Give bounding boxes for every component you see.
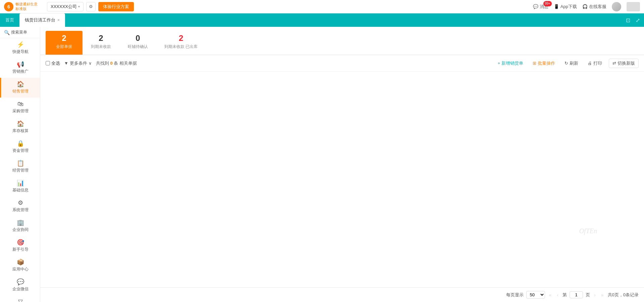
sidebar-item-wechat[interactable]: 💬 企业微信 [0, 276, 40, 295]
toolbar-left: 全选 ▼ 更多条件 ∨ 共找到 0 条 相关单据 [46, 60, 137, 66]
stat-number-overdue: 2 [99, 34, 103, 43]
sidebar-item-marketing[interactable]: 📢 营销推广 [0, 58, 40, 78]
sidebar-item-enterprise[interactable]: 🏢 企业协同 [0, 216, 40, 236]
sidebar-item-purchase[interactable]: 🛍 采购管理 [0, 98, 40, 117]
sidebar-item-sales[interactable]: 🏠 销售管理 [0, 78, 40, 98]
sidebar-item-finance[interactable]: 🔒 资金管理 [0, 137, 40, 157]
purchase-icon: 🛍 [17, 101, 23, 107]
marketing-icon: 📢 [17, 61, 24, 67]
new-sale-button[interactable]: + 新增销货单 [495, 59, 526, 68]
prev-page-button[interactable]: ‹ [555, 292, 560, 298]
sidebar-item-label: 经营管理 [12, 168, 29, 173]
online-service-label: 在线客服 [589, 4, 606, 10]
member-icon: ▽ [18, 299, 23, 302]
total-records: 共0页，0条记录 [608, 292, 639, 298]
switch-version-button[interactable]: ⇄ 切换新版 [609, 59, 639, 68]
page-input[interactable] [570, 291, 583, 298]
last-page-button[interactable]: » [600, 292, 605, 298]
stat-number-wangfu: 0 [136, 34, 140, 43]
sidebar-item-member[interactable]: ▽ 畅会员 [0, 295, 40, 302]
inventory-icon: 🏠 [17, 121, 24, 127]
tab-home[interactable]: 首页 [0, 13, 19, 27]
page-suffix: 页 [586, 292, 590, 298]
header-right: 💬 消息 99+ 📱 App下载 🎧 在线客服 [533, 2, 640, 11]
sidebar-item-basic[interactable]: 📊 基础信息 [0, 177, 40, 196]
try-industry-button[interactable]: 体验行业方案 [98, 2, 134, 11]
found-count: 0 [110, 61, 113, 66]
select-all-label: 全选 [51, 60, 60, 66]
logo-area: 6 畅捷通好生意 标准版 [4, 2, 44, 11]
filter-button[interactable]: ▼ 更多条件 ∨ [64, 60, 92, 66]
table-area [40, 72, 644, 287]
enterprise-icon: 🏢 [17, 220, 24, 226]
stat-tab-wangfu[interactable]: 0 旺辅待确认 [119, 31, 156, 55]
batch-label: 批量操作 [538, 60, 555, 66]
sidebar-item-system[interactable]: ⚙ 系统管理 [0, 196, 40, 216]
logo-icon: 6 [4, 2, 13, 11]
header-left: 6 畅捷通好生意 标准版 XXXXXX公司 ▾ ⚙ 体验行业方案 [4, 2, 134, 11]
sidebar-item-appstore[interactable]: 📦 应用中心 [0, 256, 40, 276]
guide-icon: 🎯 [17, 239, 24, 245]
stat-label-wangfu: 旺辅待确认 [128, 44, 148, 50]
sidebar-item-label: 新手引导 [12, 247, 29, 252]
settings-button[interactable]: ⚙ [86, 2, 96, 11]
filter-label: 更多条件 [70, 60, 87, 66]
refresh-button[interactable]: ↻ 刷新 [562, 59, 581, 68]
search-menu-button[interactable]: 🔍 搜索菜单 [0, 27, 40, 38]
sidebar-item-inventory[interactable]: 🏠 库存核算 [0, 117, 40, 137]
stat-tab-overdue[interactable]: 2 到期未收款 [83, 31, 119, 55]
print-label: 打印 [593, 60, 602, 66]
page-label: 第 [562, 292, 567, 298]
per-page-select[interactable]: 50 10 20 100 [526, 291, 545, 299]
online-service-button[interactable]: 🎧 在线客服 [582, 4, 606, 10]
sidebar-item-label: 基础信息 [12, 187, 29, 193]
tab-minimize-icon[interactable]: ⊡ [625, 16, 632, 25]
download-icon: 📱 [554, 4, 559, 9]
sidebar-item-label: 营销推广 [12, 69, 29, 74]
stat-number-shipped: 2 [179, 34, 183, 43]
stat-label-overdue: 到期未收款 [91, 44, 111, 50]
stat-tab-shipped[interactable]: 2 到期未收款 已出库 [156, 31, 206, 55]
user-dropdown[interactable] [627, 2, 640, 11]
avatar[interactable] [612, 2, 621, 11]
first-page-button[interactable]: « [548, 292, 553, 298]
tab-workbench-label: 钱货日清工作台 [25, 17, 55, 23]
system-icon: ⚙ [18, 200, 23, 206]
appstore-icon: 📦 [17, 259, 24, 265]
select-all-checkbox[interactable]: 全选 [46, 60, 60, 66]
print-button[interactable]: 🖨 打印 [585, 59, 605, 68]
stat-label-all: 全部单据 [56, 44, 72, 50]
refresh-label: 刷新 [570, 60, 578, 66]
select-all-input[interactable] [46, 61, 50, 65]
sidebar: 🔍 搜索菜单 ⚡ 快捷导航 📢 营销推广 🏠 销售管理 🛍 采购管理 🏠 库存核… [0, 27, 40, 302]
finance-icon: 🔒 [17, 140, 24, 146]
main-layout: 🔍 搜索菜单 ⚡ 快捷导航 📢 营销推广 🏠 销售管理 🛍 采购管理 🏠 库存核… [0, 27, 644, 302]
tab-close-icon[interactable]: × [57, 18, 60, 22]
sidebar-item-guide[interactable]: 🎯 新手引导 [0, 236, 40, 256]
message-button[interactable]: 💬 消息 99+ [533, 4, 548, 10]
message-badge: 99+ [543, 1, 552, 6]
footer-pagination: 每页显示 50 10 20 100 « ‹ 第 页 › » 共0页，0条记录 [40, 287, 644, 302]
company-selector[interactable]: XXXXXX公司 ▾ [47, 2, 84, 11]
sidebar-item-label: 企业协同 [12, 227, 29, 233]
sidebar-item-quick-nav[interactable]: ⚡ 快捷导航 [0, 38, 40, 58]
sidebar-item-operation[interactable]: 📋 经营管理 [0, 157, 40, 177]
sidebar-item-label: 企业微信 [12, 286, 29, 292]
app-download-button[interactable]: 📱 App下载 [554, 4, 577, 10]
wechat-icon: 💬 [17, 279, 24, 285]
stats-tabs: 2 全部单据 2 到期未收款 0 旺辅待确认 2 到期未收款 已出库 [40, 27, 644, 55]
sidebar-item-label: 采购管理 [12, 108, 29, 114]
operation-icon: 📋 [17, 160, 24, 166]
tab-home-label: 首页 [5, 17, 14, 23]
sidebar-item-label: 销售管理 [12, 88, 29, 94]
tab-maximize-icon[interactable]: ⤢ [634, 16, 641, 25]
toolbar-right: + 新增销货单 ⊞ 批量操作 ↻ 刷新 🖨 打印 ⇄ 切换新版 [495, 59, 639, 68]
stat-tab-all[interactable]: 2 全部单据 [46, 31, 83, 55]
batch-operation-button[interactable]: ⊞ 批量操作 [530, 59, 558, 68]
tab-workbench[interactable]: 钱货日清工作台 × [19, 13, 65, 27]
message-icon: 💬 [533, 4, 538, 9]
stat-number-all: 2 [62, 34, 66, 43]
next-page-button[interactable]: › [593, 292, 597, 298]
print-icon: 🖨 [588, 61, 592, 66]
search-icon: 🔍 [4, 30, 10, 35]
